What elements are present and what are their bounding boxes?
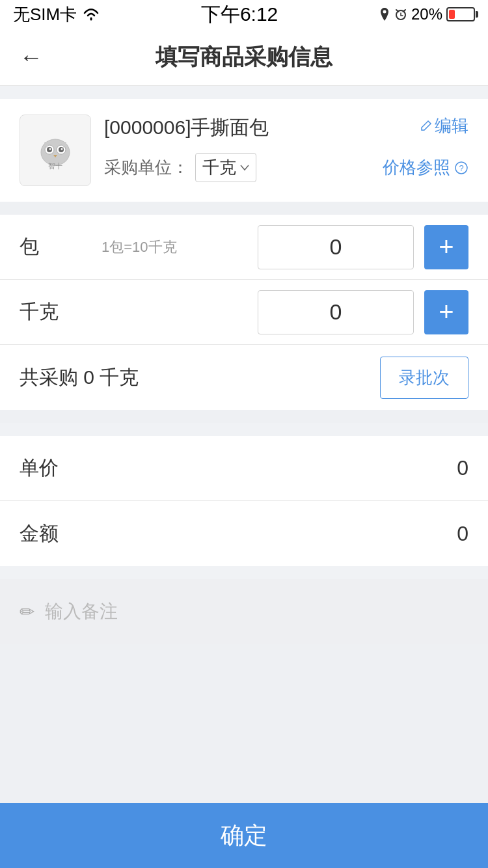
edit-label: 编辑: [435, 115, 468, 137]
product-name: [0000006]手撕面包: [104, 115, 269, 141]
amount-label: 金额: [20, 521, 59, 547]
status-bar: 无SIM卡 下午6:12 20%: [0, 0, 488, 29]
bag-input-right: +: [177, 225, 468, 269]
remark-section[interactable]: ✏ 输入备注: [0, 579, 488, 644]
confirm-label: 确定: [221, 820, 267, 852]
back-button[interactable]: ←: [20, 44, 43, 71]
status-right: 20%: [379, 5, 475, 23]
unit-select[interactable]: 千克: [195, 153, 256, 182]
amount-row: 金额 0: [0, 501, 488, 566]
amount-value: 0: [457, 522, 468, 546]
carrier-label: 无SIM卡: [13, 3, 77, 26]
pencil-icon: ✏: [20, 601, 34, 623]
section-divider-1: [0, 202, 488, 215]
price-section: 单价 0 金额 0: [0, 436, 488, 566]
battery-percent: 20%: [411, 5, 442, 23]
unit-selector-group: 采购单位： 千克: [104, 153, 256, 182]
bag-plus-icon: +: [439, 232, 454, 262]
batch-button[interactable]: 录批次: [380, 357, 468, 399]
bag-sublabel: 1包=10千克: [102, 237, 177, 257]
battery-icon: [446, 7, 475, 21]
product-logo: 智十: [29, 124, 81, 176]
bag-qty-input[interactable]: [258, 225, 414, 269]
svg-text:智十: 智十: [48, 162, 62, 170]
kg-label: 千克: [20, 299, 98, 325]
bag-plus-button[interactable]: +: [424, 225, 468, 269]
kg-input-row: 千克 +: [0, 280, 488, 345]
section-divider-2: [0, 410, 488, 423]
product-unit-row: 采购单位： 千克 价格参照 ?: [104, 153, 468, 182]
wifi-icon: [82, 7, 100, 21]
svg-point-8: [61, 148, 63, 150]
price-ref-button[interactable]: 价格参照 ?: [383, 156, 468, 179]
svg-point-0: [383, 10, 386, 14]
battery-fill: [449, 10, 455, 19]
svg-text:?: ?: [459, 163, 463, 173]
product-card: 智十 [0000006]手撕面包 编辑 采购单位： 千克 价格参照 ?: [0, 99, 488, 202]
alarm-icon: [394, 7, 407, 21]
unit-price-value: 0: [457, 456, 468, 480]
bag-input-row: 包 1包=10千克 +: [0, 215, 488, 280]
unit-value: 千克: [202, 156, 236, 179]
price-ref-label: 价格参照: [383, 156, 450, 179]
kg-plus-button[interactable]: +: [424, 290, 468, 334]
product-header: [0000006]手撕面包 编辑: [104, 115, 468, 141]
remark-placeholder: 输入备注: [45, 599, 118, 624]
input-section: 包 1包=10千克 + 千克 +: [0, 215, 488, 345]
product-info: [0000006]手撕面包 编辑 采购单位： 千克 价格参照 ?: [104, 115, 468, 182]
unit-label: 采购单位：: [104, 156, 189, 179]
edit-button[interactable]: 编辑: [419, 115, 468, 137]
kg-plus-icon: +: [439, 297, 454, 327]
confirm-button[interactable]: 确定: [0, 803, 488, 868]
kg-input-right: +: [98, 290, 468, 334]
status-left: 无SIM卡: [13, 3, 100, 26]
location-icon: [379, 7, 390, 21]
summary-row: 共采购 0 千克 录批次: [0, 345, 488, 410]
kg-qty-input[interactable]: [258, 290, 414, 334]
svg-point-7: [49, 148, 51, 150]
unit-price-label: 单价: [20, 455, 59, 481]
page-title: 填写商品采购信息: [156, 42, 332, 72]
status-time: 下午6:12: [201, 1, 278, 28]
unit-price-row: 单价 0: [0, 436, 488, 501]
bag-label: 包: [20, 234, 98, 260]
product-image: 智十: [20, 115, 91, 186]
nav-bar: ← 填写商品采购信息: [0, 29, 488, 86]
summary-text: 共采购 0 千克: [20, 364, 139, 391]
